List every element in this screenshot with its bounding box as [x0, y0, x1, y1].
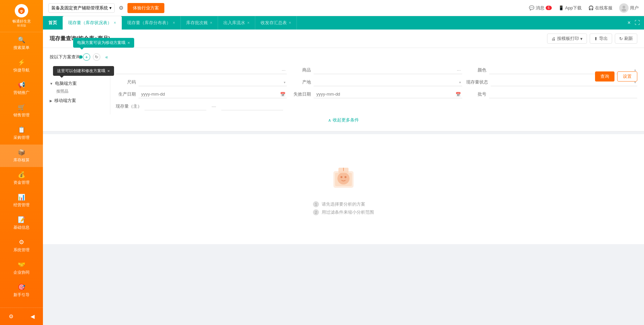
range-separator: — [209, 104, 219, 109]
settings-bottom-icon[interactable]: ⚙ [7, 312, 15, 321]
goods-input[interactable] [314, 66, 462, 74]
filter-field-qty: 现存量（主） — [116, 102, 283, 110]
online-service-btn[interactable]: 🎧 在线客服 [588, 5, 612, 11]
tab-home[interactable]: 首页 [43, 16, 63, 30]
headset-icon: 🎧 [588, 5, 594, 10]
tab-close-icon[interactable]: × [247, 20, 250, 25]
tab-label: 收发存汇总表 [261, 20, 287, 26]
sidebar-item-label: 营销推广 [13, 90, 30, 96]
clipboard-icon: 📋 [18, 126, 25, 133]
app-logo[interactable]: 畅通好生意 标准版 [0, 0, 43, 32]
page-actions: 🖨 按模板打印 ▾ ⬆ 导出 ↻ 刷新 [547, 34, 637, 44]
dots-icon[interactable]: ··· [457, 67, 461, 73]
sidebar-item-nav[interactable]: ⚡ 快捷导航 [0, 55, 43, 77]
sidebar-item-guide[interactable]: 🎯 新手引导 [0, 279, 43, 302]
qty-label: 现存量（主） [116, 103, 142, 109]
app-download-btn[interactable]: 📱 App下载 [558, 5, 582, 11]
collapse-btn[interactable]: ∧ 收起更多条件 [328, 117, 359, 123]
tab-close-icon[interactable]: × [289, 20, 291, 25]
tab-fullscreen-icon[interactable]: ⛶ [633, 18, 641, 27]
svg-point-7 [340, 176, 342, 178]
scheme-mobile[interactable]: ▶ 移动端方案 [50, 97, 110, 105]
step-num-2: 2 [313, 209, 319, 215]
user-label: 用户 [630, 5, 639, 11]
tab-close-icon[interactable]: × [173, 20, 175, 25]
sidebar-item-inventory[interactable]: 📦 库存核算 [0, 145, 43, 167]
sidebar-item-search[interactable]: 🔍 搜索菜单 [0, 32, 43, 55]
sidebar-item-marketing[interactable]: 📢 营销推广 [0, 77, 43, 100]
dots-icon[interactable]: ··· [282, 67, 286, 73]
header-right: 💬 消息 6 📱 App下载 🎧 在线客服 用户 [529, 3, 639, 13]
scheme-desktop[interactable]: ▼ 电脑端方案 [50, 79, 110, 88]
export-label: 导出 [599, 36, 608, 42]
print-btn[interactable]: 🖨 按模板打印 ▾ [547, 34, 587, 44]
header-gear-icon[interactable]: ⚙ [119, 5, 123, 11]
collapse-sidebar-icon[interactable]: ◀ [29, 312, 36, 321]
cart-icon: 🛒 [18, 104, 25, 111]
sidebar-item-collab[interactable]: 🤝 企业协同 [0, 257, 43, 279]
sidebar-item-label: 基础信息 [13, 225, 30, 230]
sidebar-item-system[interactable]: ⚙ 系统管理 [0, 234, 43, 257]
industry-btn[interactable]: 体验行业方案 [127, 3, 164, 13]
scheme-refresh-btn[interactable]: ↻ [93, 53, 100, 61]
sidebar-item-finance[interactable]: 💰 资金管理 [0, 167, 43, 189]
prod-date-input[interactable] [139, 90, 287, 98]
tab-inventory-status[interactable]: 现存量（库存状况表） × [63, 16, 122, 30]
expand-icon: ▶ [50, 99, 52, 103]
reset-btn[interactable]: 设置 [617, 71, 637, 82]
scheme-arrow-btn[interactable]: « [103, 53, 110, 61]
tab-summary[interactable]: 收发存汇总表 × [255, 16, 297, 30]
sidebar-item-basic[interactable]: 📝 基础信息 [0, 212, 43, 234]
sidebar-item-label: 企业协同 [13, 270, 30, 275]
tab-close-all-icon[interactable]: × [626, 18, 632, 27]
msg-btn[interactable]: 💬 消息 6 [529, 5, 552, 11]
sidebar-item-management[interactable]: 📊 经营管理 [0, 189, 43, 212]
popover-desktop-scheme: 电脑方案可设为移动方案哦 × [73, 38, 134, 48]
add-scheme-btn[interactable]: + [83, 53, 90, 61]
tab-close-icon[interactable]: × [114, 20, 116, 25]
popover-close-icon[interactable]: × [127, 40, 130, 45]
refresh-btn[interactable]: ↻ 刷新 [615, 34, 637, 44]
popover-close-icon[interactable]: × [107, 68, 110, 73]
step-text-2: 用过滤条件来缩小分析范围 [322, 209, 374, 215]
exp-date-input[interactable] [314, 90, 462, 98]
tab-flow[interactable]: 出入库流水 × [218, 16, 255, 30]
filter-row-4: 现存量（主） — [116, 102, 637, 110]
app-download-label: App下载 [565, 5, 582, 11]
size-input[interactable] [139, 78, 287, 86]
msg-icon: 💬 [529, 5, 534, 10]
filter-field-batch: 批号 [466, 90, 637, 98]
expand-icon: ▼ [50, 82, 53, 86]
sidebar: 畅通好生意 标准版 🔍 搜索菜单 ⚡ 快捷导航 📢 营销推广 🛒 销售管理 📋 … [0, 0, 43, 325]
tab-inventory-dist[interactable]: 现存量（库存分布表） × [122, 16, 181, 30]
phone-icon: 📱 [558, 5, 564, 10]
calendar-icon[interactable]: 📅 [455, 92, 461, 97]
popover-create-scheme: 这里可以创建和修改方案哦 × [53, 66, 114, 76]
calendar-icon[interactable]: 📅 [280, 92, 285, 97]
user-btn[interactable]: 用户 [619, 3, 639, 13]
tab-label: 现存量（库存分布表） [127, 20, 171, 26]
search-btn[interactable]: 查询 [595, 71, 614, 82]
tab-close-icon[interactable]: × [210, 20, 212, 25]
svg-point-2 [623, 6, 625, 8]
export-btn[interactable]: ⬆ 导出 [590, 34, 612, 44]
origin-input[interactable] [314, 78, 462, 86]
filter-input-1[interactable] [116, 66, 287, 74]
svg-point-8 [344, 176, 346, 178]
msg-label: 消息 [536, 5, 544, 11]
batch-label: 批号 [466, 91, 486, 97]
sidebar-item-sales[interactable]: 🛒 销售管理 [0, 100, 43, 122]
indicator-dot [79, 55, 83, 59]
scheme-desktop-child[interactable]: 按照品 [50, 88, 110, 95]
sidebar-item-purchase[interactable]: 📋 采购管理 [0, 122, 43, 145]
batch-input[interactable] [489, 90, 637, 98]
qty-to-input[interactable] [221, 102, 283, 110]
printer-icon: 🖨 [551, 36, 556, 41]
app-header: 装备及固定资产辅助管理系统 ▾ ⚙ 体验行业方案 💬 消息 6 📱 App下载 … [43, 0, 644, 16]
sidebar-item-label: 采购管理 [13, 135, 30, 141]
app-name: 畅通好生意 [3, 19, 40, 23]
tab-batch[interactable]: 库存批次账 × [181, 16, 218, 30]
system-selector[interactable]: 装备及固定资产辅助管理系统 ▾ [48, 3, 115, 13]
qty-from-input[interactable] [145, 102, 206, 110]
tab-label: 出入库流水 [223, 20, 245, 26]
